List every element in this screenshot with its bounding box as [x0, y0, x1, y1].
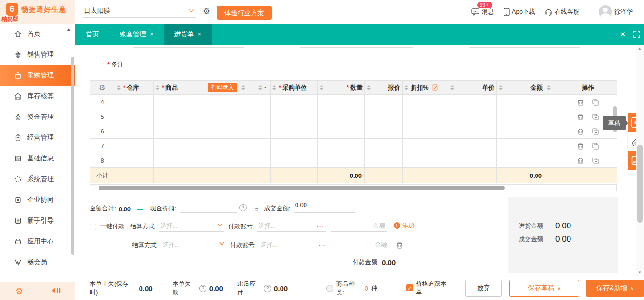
sort-icon[interactable]: [117, 85, 121, 90]
remark-input[interactable]: [124, 59, 224, 71]
column-settings-gear-icon[interactable]: ⚙: [92, 83, 113, 92]
grid-cell[interactable]: [365, 139, 403, 153]
sort-icon[interactable]: [320, 85, 323, 90]
form-field-underline[interactable]: [469, 47, 580, 48]
grid-cell[interactable]: [318, 95, 365, 109]
grid-cell[interactable]: [448, 109, 497, 124]
sidebar-item-basic-info[interactable]: A 基础信息: [0, 148, 75, 169]
messages-button[interactable]: 消息 99 +: [471, 8, 494, 16]
price-track-checkbox[interactable]: ✓: [406, 284, 413, 291]
grid-cell[interactable]: [497, 124, 545, 139]
scan-entry-button[interactable]: 扫码录入: [208, 83, 237, 92]
grid-cell[interactable]: [365, 124, 403, 139]
delete-row-icon[interactable]: [578, 99, 584, 106]
grid-cell[interactable]: [256, 139, 271, 153]
grid-cell[interactable]: [115, 139, 154, 153]
pay-amount-input[interactable]: 金额: [333, 238, 389, 250]
tab-home[interactable]: 首页: [75, 24, 109, 45]
grid-cell[interactable]: [365, 109, 403, 124]
sidebar-scrollbar[interactable]: [71, 57, 74, 255]
grid-cell[interactable]: [154, 153, 239, 168]
sort-icon[interactable]: [450, 85, 454, 90]
grid-cell[interactable]: [545, 139, 559, 153]
grid-cell[interactable]: [448, 139, 497, 153]
price-track-option[interactable]: ✓ 价格追踪本单: [406, 280, 452, 297]
grid-cell[interactable]: [256, 153, 271, 168]
grid-cell[interactable]: [239, 139, 256, 153]
scroll-down-icon[interactable]: ▼: [638, 270, 642, 275]
sidebar-item-collaboration[interactable]: 企业协同: [0, 190, 75, 210]
tab-purchase-order[interactable]: 进货单 ×: [164, 24, 212, 45]
grid-cell[interactable]: [403, 153, 448, 168]
discard-button[interactable]: 放弃: [465, 280, 502, 297]
copy-row-icon[interactable]: [592, 99, 599, 106]
grid-cell[interactable]: [403, 124, 448, 139]
grid-cell[interactable]: [497, 109, 545, 124]
add-payment-button[interactable]: + 添加: [394, 221, 414, 230]
copy-row-icon[interactable]: [592, 128, 599, 135]
sidebar-item-funds[interactable]: ¥ 资金管理: [0, 107, 75, 127]
grid-cell[interactable]: [239, 124, 256, 139]
copy-row-icon[interactable]: [592, 143, 599, 150]
online-service-button[interactable]: 在线客服: [545, 8, 579, 16]
grid-cell[interactable]: [115, 124, 154, 139]
grid-cell[interactable]: [318, 153, 365, 168]
table-horizontal-scrollbar[interactable]: [90, 184, 617, 191]
form-field-underline[interactable]: [300, 47, 413, 48]
grid-cell[interactable]: [497, 153, 545, 168]
close-icon[interactable]: ×: [198, 31, 202, 38]
grid-cell[interactable]: [448, 95, 497, 109]
settle-method-select[interactable]: 选择...: [161, 238, 226, 250]
account-set-select[interactable]: 日太阳膜: [83, 4, 196, 18]
collapse-sidebar-icon[interactable]: [51, 287, 61, 294]
one-click-pay-checkbox[interactable]: [90, 224, 96, 230]
trial-industry-button[interactable]: 体验行业方案: [217, 6, 272, 20]
delete-row-icon[interactable]: [578, 158, 584, 164]
pay-account-select[interactable]: 选择... ···: [259, 238, 328, 250]
scroll-up-icon[interactable]: ▲: [638, 46, 642, 50]
sidebar-item-purchase[interactable]: 采购管理: [0, 65, 75, 86]
sidebar-item-member[interactable]: 畅会员: [0, 252, 75, 273]
grid-cell[interactable]: [154, 95, 239, 109]
more-options-icon[interactable]: ···: [317, 223, 324, 230]
main-vertical-scrollbar[interactable]: ▲ ▼: [636, 45, 644, 276]
sort-icon[interactable]: [241, 85, 245, 90]
sort-icon[interactable]: [499, 85, 503, 90]
pay-amount-input[interactable]: 金额: [331, 219, 387, 232]
sort-icon[interactable]: [272, 85, 276, 90]
grid-cell[interactable]: [115, 109, 154, 124]
more-options-icon[interactable]: ···: [319, 242, 326, 249]
sidebar-item-operations[interactable]: 经营管理: [0, 127, 75, 148]
grid-cell[interactable]: [545, 124, 559, 139]
grid-cell[interactable]: [497, 95, 545, 109]
scrollbar-thumb[interactable]: [637, 145, 643, 223]
sidebar-item-home[interactable]: 首页: [0, 24, 75, 44]
grid-cell[interactable]: [403, 95, 448, 109]
sidebar-item-system[interactable]: 系统管理: [0, 169, 75, 190]
scrollbar-thumb[interactable]: [99, 186, 505, 190]
fullscreen-icon[interactable]: [633, 31, 640, 38]
delete-payment-icon[interactable]: [396, 242, 403, 249]
cash-discount-input[interactable]: [180, 201, 237, 213]
delete-row-icon[interactable]: [578, 114, 584, 120]
grid-cell[interactable]: [545, 109, 559, 124]
grid-cell[interactable]: [403, 109, 448, 124]
grid-cell[interactable]: [448, 124, 497, 139]
grid-cell[interactable]: [318, 139, 365, 153]
sort-icon[interactable]: [547, 85, 551, 90]
grid-cell[interactable]: [154, 109, 239, 124]
grid-cell[interactable]: [365, 153, 403, 168]
save-and-new-button[interactable]: 保存&新增∧: [586, 280, 644, 297]
delete-row-icon[interactable]: [578, 128, 584, 135]
copy-row-icon[interactable]: [592, 114, 599, 120]
sidebar-item-app-center[interactable]: 应用中心: [0, 231, 75, 252]
sidebar-item-inventory[interactable]: 库存核算: [0, 86, 75, 107]
grid-cell[interactable]: [154, 139, 239, 153]
tab-account-mgmt[interactable]: 账套管理 ×: [109, 24, 164, 45]
form-field-underline[interactable]: [133, 47, 244, 48]
grid-cell[interactable]: [497, 139, 545, 153]
sort-icon[interactable]: [156, 85, 159, 90]
sidebar-item-newbie-guide[interactable]: 新 新手引导: [0, 210, 75, 231]
grid-cell[interactable]: [318, 109, 365, 124]
sidebar-item-sales[interactable]: $ 销售管理: [0, 44, 75, 65]
